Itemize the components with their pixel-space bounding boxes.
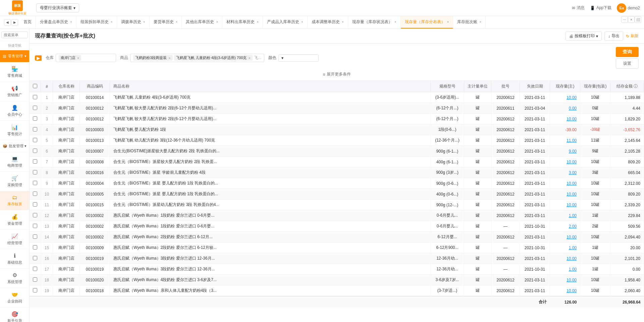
row-checkbox-18[interactable] [30, 275, 41, 285]
tab-batch-ledger[interactable]: 库存批次账 × [453, 16, 486, 29]
tab-product-in-close[interactable]: × [301, 20, 303, 24]
sidebar-item-member[interactable]: 👤 会员中心 [0, 101, 29, 121]
row-checkbox-10[interactable] [30, 189, 41, 200]
message-btn[interactable]: ✉ 消息 [572, 5, 585, 11]
tab-more-btn[interactable]: ⋯ [621, 16, 628, 23]
row-checkbox-9[interactable] [30, 178, 41, 189]
app-download-btn[interactable]: 📱 App下载 [590, 5, 611, 11]
sidebar-item-operation[interactable]: 📈 经营管理 [0, 230, 29, 249]
row-checkbox-7[interactable] [30, 157, 41, 167]
row-checkbox-4[interactable] [30, 124, 41, 135]
tab-disassemble[interactable]: 组装拆卸单历史 × [76, 16, 117, 29]
row-stock-main-3[interactable]: 10.00 [550, 114, 580, 124]
row-checkbox-2[interactable] [30, 103, 41, 114]
row-stock-main-8[interactable]: 3.00 [550, 167, 580, 178]
row-stock-main-9[interactable]: 10.00 [550, 178, 580, 189]
sidebar-item-retail-mgmt[interactable]: ▤ 零售管理 ▾ [0, 50, 29, 62]
sidebar-item-inventory[interactable]: 🗂 库存核算 [0, 191, 29, 210]
sidebar-item-retail-mall[interactable]: 🏪 零售商城 [0, 62, 29, 82]
row-stock-main-1[interactable]: 10.00 [550, 92, 580, 103]
row-checkbox-1[interactable] [30, 92, 41, 103]
row-stock-main-10[interactable]: 10.00 [550, 189, 580, 200]
row-stock-main-6[interactable]: 9.00 [550, 146, 580, 157]
tab-other-out-close[interactable]: × [216, 20, 218, 24]
row-stock-main-16[interactable]: 10.00 [550, 253, 580, 264]
tab-split[interactable]: 分量盘点单历史 × [36, 16, 76, 29]
tab-disassemble-close[interactable]: × [111, 20, 113, 24]
warehouse-tag-remove[interactable]: × [77, 56, 79, 60]
tab-expand[interactable]: ⬜ [635, 16, 641, 23]
row-stock-main-11[interactable]: 10.00 [550, 200, 580, 210]
tab-batch-ledger-close[interactable]: × [479, 20, 481, 24]
sidebar-item-purchase[interactable]: 🛒 采购管理 [0, 172, 29, 191]
row-checkbox-8[interactable] [30, 167, 41, 178]
sidebar-item-system[interactable]: ⚙ 系统管理 [0, 269, 29, 288]
print-btn[interactable]: 🖨 按模板打印 ▾ [566, 32, 602, 41]
row-stock-main-17[interactable]: 1.00 [550, 264, 580, 275]
tab-stock-status[interactable]: 现存量（库存状况表） × [348, 16, 401, 29]
sidebar-item-basic[interactable]: ℹ 基础信息 [0, 249, 29, 269]
tab-stock-dist[interactable]: 现存量（库存分布表） × [401, 16, 453, 29]
tab-other-out[interactable]: 其他出库单历史 × [182, 16, 222, 29]
select-all-checkbox[interactable] [33, 84, 37, 88]
query-btn[interactable]: 查询 [616, 47, 639, 57]
tab-cost-adj-close[interactable]: × [342, 20, 344, 24]
row-checkbox-6[interactable] [30, 146, 41, 157]
tab-stock-status-close[interactable]: × [394, 20, 396, 24]
sidebar-item-batch-mgmt[interactable]: 📦 批发管理 ▾ [0, 140, 29, 152]
sidebar-item-enterprise[interactable]: 🤝 企业协同 [0, 288, 29, 308]
refresh-btn[interactable]: ↻ 刷新 [626, 33, 639, 39]
row-stock-main-14[interactable]: 10.00 [550, 232, 580, 243]
row-checkbox-15[interactable] [30, 243, 41, 253]
row-checkbox-12[interactable] [30, 210, 41, 221]
row-checkbox-16[interactable] [30, 253, 41, 264]
expand-more-btn[interactable]: ≡ 展开更多条件 [323, 71, 351, 77]
export-btn[interactable]: ↓ 导出 [604, 32, 623, 41]
sidebar-item-finance[interactable]: 💰 资金管理 [0, 210, 29, 230]
row-checkbox-14[interactable] [30, 232, 41, 243]
goods-more-ellipsis[interactable]: 飞... [254, 55, 261, 61]
tab-product-in[interactable]: 产成品入库单历史 × [263, 16, 308, 29]
row-stock-main-2[interactable]: 0.00 [550, 103, 580, 114]
goods-tag-container[interactable]: 飞鹤奶粉3段两提装 × 飞鹤星飞帆 儿童奶粉 4段(3-6岁适用) 700克 ×… [130, 54, 264, 62]
tab-stock-dist-close[interactable]: × [447, 20, 449, 24]
row-stock-main-13[interactable]: 2.00 [550, 221, 580, 232]
tab-nav-left[interactable]: ◀ [4, 19, 11, 26]
sidebar-item-newbie[interactable]: 🎯 新手引导 [0, 308, 29, 322]
tab-request-close[interactable]: × [176, 20, 178, 24]
row-checkbox-11[interactable] [30, 200, 41, 210]
setting-btn[interactable]: 设置 [616, 58, 639, 69]
search-input[interactable] [1, 32, 28, 38]
tab-close-current[interactable]: × [628, 16, 635, 23]
tab-cost-adj[interactable]: 成本调整单历史 × [308, 16, 348, 29]
row-checkbox-13[interactable] [30, 221, 41, 232]
tab-request[interactable]: 要货单历史 × [150, 16, 182, 29]
sidebar-item-ecommerce[interactable]: 💻 电商管理 [0, 152, 29, 172]
tab-nav-right[interactable]: ▶ [11, 19, 18, 26]
row-stock-main-18[interactable]: 10.00 [550, 275, 580, 285]
goods-tag-1-remove[interactable]: × [168, 56, 170, 60]
account-selector[interactable]: 母婴行业演示账套 ▾ [36, 3, 79, 12]
tab-borrow[interactable]: 调拨单历史 × [117, 16, 150, 29]
filter-collapse-btn[interactable]: ▶ [35, 55, 42, 61]
sidebar-item-retail-stats[interactable]: 📊 零售统计 [0, 121, 29, 140]
tab-material-out[interactable]: 材料出库单历史 × [222, 16, 263, 29]
row-checkbox-3[interactable] [30, 114, 41, 124]
row-stock-main-15[interactable]: 1.00 [550, 243, 580, 253]
tab-material-out-close[interactable]: × [257, 20, 259, 24]
row-checkbox-5[interactable] [30, 135, 41, 146]
sidebar-item-marketing[interactable]: 📢 营销推广 [0, 82, 29, 101]
row-checkbox-19[interactable] [30, 285, 41, 297]
row-stock-main-7[interactable]: 10.00 [550, 157, 580, 167]
row-stock-main-5[interactable]: 11.00 [550, 135, 580, 146]
color-tag-container[interactable]: ▾ [278, 54, 319, 62]
goods-tag-2-remove[interactable]: × [248, 56, 250, 60]
row-stock-main-12[interactable]: 1.00 [550, 210, 580, 221]
user-area[interactable]: Ea demo2 [617, 3, 640, 13]
row-stock-main-19[interactable]: 10.00 [550, 285, 580, 297]
tab-split-close[interactable]: × [70, 20, 72, 24]
warehouse-tag-container[interactable]: 南岸门店 × [56, 54, 116, 62]
tab-home[interactable]: 首页 [19, 16, 36, 29]
row-checkbox-17[interactable] [30, 264, 41, 275]
tab-borrow-close[interactable]: × [143, 20, 145, 24]
